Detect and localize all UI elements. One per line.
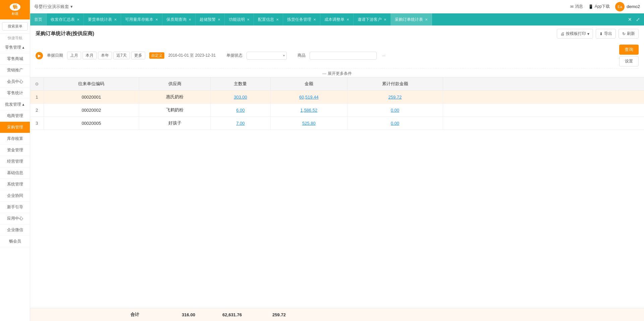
cell-extra — [443, 91, 644, 104]
message-button[interactable]: ✉ 消息 — [570, 4, 583, 9]
sidebar-item-marketing-label: 营销推广 — [1, 67, 29, 73]
template-print-button[interactable]: 🖨 按模板打印 ▾ — [557, 29, 593, 39]
sidebar-item-system[interactable]: 系统管理 — [0, 179, 30, 190]
col-qty: 主数量 — [210, 77, 270, 91]
filter-row: ▶ 单据日期 上月 本月 本年 近7天 更多 自定义 2016-01-01 至 … — [36, 45, 639, 66]
tab-warranty-query[interactable]: 保质期查询 ✕ — [162, 13, 196, 25]
cell-code: 00020002 — [44, 104, 139, 117]
table-container: ⚙ 往来单位编码 供应商 主数量 金额 累计付款金额 1 00020001 惠氏… — [30, 77, 644, 308]
tab-purchase-summary-label: 要货单统计表 — [88, 17, 112, 22]
sidebar-item-operations-label: 经营管理 — [1, 159, 29, 164]
cell-amount[interactable]: 1,586.52 — [270, 104, 347, 117]
sidebar-item-retail-label: 零售管理 — [5, 45, 21, 50]
quick-nav-label: 快捷导航 — [0, 34, 30, 42]
query-button[interactable]: 查询 — [619, 45, 639, 55]
sidebar-item-basic-info[interactable]: 基础信息 — [0, 167, 30, 179]
sidebar-item-marketing[interactable]: 营销推广 — [0, 65, 30, 76]
logo-text: 标题 — [12, 11, 18, 16]
tab-pick-task[interactable]: 拣货任务管理 ✕ — [283, 13, 320, 25]
footer-paid: 259.72 — [256, 312, 303, 317]
col-extra — [443, 77, 644, 91]
tab-receive-summary[interactable]: 收发存汇总表 ✕ — [47, 13, 84, 25]
printer-icon: 🖨 — [560, 32, 565, 36]
sidebar-item-ecommerce[interactable]: 电商管理 — [0, 110, 30, 122]
sidebar-item-inventory[interactable]: 库存核算 — [0, 133, 30, 145]
sidebar-item-newbie[interactable]: 新手引导 — [0, 202, 30, 213]
status-select[interactable]: 全部 待审核 已审核 已完成 — [247, 52, 287, 60]
sidebar-item-member2[interactable]: 畅会员 — [0, 236, 30, 247]
sidebar-item-finance[interactable]: 资金管理 — [0, 145, 30, 156]
cell-paid[interactable]: 0.00 — [347, 117, 443, 130]
tab-purchase-summary-close[interactable]: ✕ — [114, 18, 117, 21]
tab-config-info-close[interactable]: ✕ — [276, 18, 279, 21]
more-filters-icon[interactable]: ··· — [382, 53, 385, 58]
cell-paid[interactable]: 0.00 — [347, 104, 443, 117]
sidebar-item-retail-mall[interactable]: 零售商城 — [0, 53, 30, 65]
message-icon: ✉ — [570, 4, 574, 9]
cell-qty[interactable]: 7.00 — [210, 117, 270, 130]
tab-cost-adjust[interactable]: 成本调整单 ✕ — [320, 13, 354, 25]
tab-home[interactable]: 首页 — [30, 13, 47, 25]
sidebar-item-app-center[interactable]: 应用中心 — [0, 213, 30, 224]
tab-pick-task-close[interactable]: ✕ — [313, 18, 316, 21]
sidebar-item-wechat[interactable]: 企业微信 — [0, 224, 30, 236]
sidebar-item-purchase[interactable]: 采购管理 — [0, 122, 30, 133]
sidebar-item-finance-label: 资金管理 — [1, 147, 29, 153]
sidebar-item-wholesale[interactable]: 批发管理 ▲ — [0, 99, 30, 110]
cell-paid[interactable]: 259.72 — [347, 91, 443, 104]
date-btn-this-month[interactable]: 本月 — [83, 52, 97, 59]
tab-overstock-warning-close[interactable]: ✕ — [218, 18, 220, 21]
status-select-wrap: 全部 待审核 已审核 已完成 ▾ — [247, 52, 287, 60]
cell-qty[interactable]: 6.00 — [210, 104, 270, 117]
sidebar-item-operations[interactable]: 经营管理 — [0, 156, 30, 167]
tab-receive-summary-close[interactable]: ✕ — [77, 18, 79, 21]
table-row[interactable]: 2 00020002 飞鹤奶粉 6.00 1,586.52 0.00 — [30, 104, 644, 117]
tab-restore-button[interactable]: ⤢ — [635, 15, 641, 23]
cell-seq: 2 — [30, 104, 44, 117]
sidebar-item-retail-stats[interactable]: 零售统计 — [0, 88, 30, 99]
tab-available-inventory-close[interactable]: ✕ — [155, 18, 158, 21]
filter-toggle-button[interactable]: ▶ — [36, 52, 43, 59]
date-btn-this-year[interactable]: 本年 — [98, 52, 112, 59]
table-row[interactable]: 1 00020001 惠氏奶粉 303.00 60,519.44 259.72 — [30, 91, 644, 104]
sidebar-item-ecommerce-label: 电商管理 — [1, 113, 29, 119]
logo-icon: 畅 — [10, 3, 20, 11]
goods-search-input[interactable] — [310, 52, 377, 60]
expand-more-filters[interactable]: ⋯ 展开更多条件 — [36, 68, 639, 77]
tab-invite-downstream[interactable]: 邀请下游客户 ✕ — [354, 13, 391, 25]
cell-qty[interactable]: 303.00 — [210, 91, 270, 104]
user-profile[interactable]: Ea demo2 — [615, 2, 640, 11]
custom-tag: 自定义 — [149, 52, 164, 59]
workspace-selector[interactable]: 母婴行业演示账套 ▾ — [34, 4, 73, 10]
tab-purchase-order-summary-close[interactable]: ✕ — [425, 18, 428, 21]
tab-function-desc[interactable]: 功能说明 ✕ — [225, 13, 254, 25]
cell-amount[interactable]: 60,519.44 — [270, 91, 347, 104]
cell-amount[interactable]: 525.80 — [270, 117, 347, 130]
export-button[interactable]: ⬇ 导出 — [596, 29, 616, 39]
tab-available-inventory[interactable]: 可用量库存账本 ✕ — [121, 13, 162, 25]
tab-warranty-query-close[interactable]: ✕ — [189, 18, 191, 21]
tab-purchase-order-summary[interactable]: 采购订单统计表 ✕ — [391, 13, 432, 25]
refresh-button[interactable]: ↻ 刷新 — [619, 29, 639, 39]
app-download-label: App下载 — [595, 4, 610, 9]
search-menu-button[interactable]: 搜索菜单 — [2, 22, 28, 31]
tab-purchase-summary[interactable]: 要货单统计表 ✕ — [84, 13, 121, 25]
table-row[interactable]: 3 00020005 好孩子 7.00 525.80 0.00 — [30, 117, 644, 130]
column-settings-icon[interactable]: ⚙ — [35, 82, 39, 87]
date-btn-more[interactable]: 更多 — [131, 52, 145, 59]
tab-invite-downstream-close[interactable]: ✕ — [384, 18, 386, 21]
date-btn-last-7-days[interactable]: 近7天 — [113, 52, 130, 59]
tab-config-info[interactable]: 配置信息 ✕ — [254, 13, 283, 25]
tab-cost-adjust-close[interactable]: ✕ — [346, 18, 349, 21]
goods-filter-label: 商品 — [298, 53, 306, 58]
date-btn-last-month[interactable]: 上月 — [67, 52, 81, 59]
tab-function-desc-close[interactable]: ✕ — [247, 18, 250, 21]
settings-button[interactable]: 设置 — [619, 56, 639, 66]
app-download-button[interactable]: 📱 App下载 — [588, 4, 610, 9]
tab-close-all-button[interactable]: ✕ — [627, 15, 633, 23]
table-footer: 合计 316.00 62,631.76 259.72 — [30, 308, 644, 321]
sidebar-item-enterprise[interactable]: 企业协同 — [0, 190, 30, 202]
sidebar-item-retail[interactable]: 零售管理 ▲ — [0, 42, 30, 53]
tab-overstock-warning[interactable]: 超储预警 ✕ — [196, 13, 225, 25]
sidebar-item-member[interactable]: 会员中心 — [0, 76, 30, 88]
